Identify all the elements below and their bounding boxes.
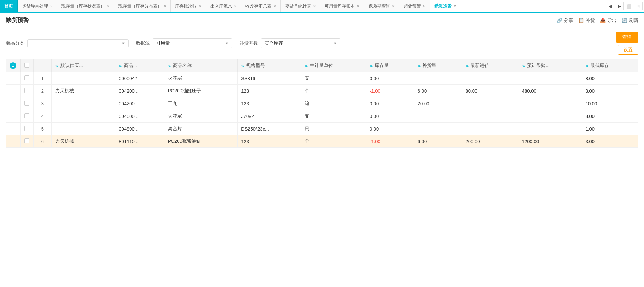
td-latest-price-2 [462,97,518,110]
filter-group-datasource: 数据源 可用量 ▼ [136,38,232,48]
th-min-stock-label: 最低库存 [590,63,609,68]
tab-inout-flow[interactable]: 出入库流水 × [206,0,241,13]
sort-icon-goods-code: ⇅ [119,64,122,68]
tab-inventory-status-close[interactable]: × [107,4,109,8]
tab-receipt-summary[interactable]: 收发存汇总表 × [241,0,280,13]
th-check[interactable] [20,59,33,72]
td-spec-4: DS250*23c... [238,123,301,135]
tab-batch-account-close[interactable]: × [199,4,201,8]
tab-demand-stat[interactable]: 要货单统计表 × [281,0,320,13]
td-check-3[interactable] [20,110,33,123]
tab-shortage[interactable]: 缺货预警 × [430,0,461,13]
row-checkbox-0[interactable] [24,75,29,80]
th-stock[interactable]: ⇅ 库存量 [366,59,414,72]
row-checkbox-1[interactable] [24,88,29,93]
td-min-stock-3: 8.00 [582,110,638,123]
tab-demand-stat-close[interactable]: × [313,4,316,8]
row-checkbox-2[interactable] [24,101,29,106]
th-goods-code[interactable]: ⇅ 商品... [115,59,164,72]
row-checkbox-4[interactable] [24,126,29,131]
td-est-purchase-1: 480.00 [518,85,582,97]
replenish-base-arrow-icon: ▼ [333,41,337,45]
tab-expiry-query[interactable]: 保质期查询 × [364,0,399,13]
tab-close-btn[interactable]: ✕ [634,2,643,10]
td-check-0[interactable] [20,72,33,85]
header-checkbox[interactable] [24,63,29,68]
category-label: 商品分类 [6,40,25,47]
sort-icon-supplier: ⇅ [55,64,58,68]
tab-shortage-close[interactable]: × [454,4,456,8]
th-settings[interactable]: ⚙ [6,59,20,72]
td-replenish-3 [414,110,462,123]
setting-button[interactable]: 设置 [618,45,638,55]
td-latest-price-4 [462,123,518,135]
th-goods-name-label: 商品名称 [173,63,192,68]
td-check-1[interactable] [20,85,33,97]
th-unit[interactable]: ⇅ 主计量单位 [301,59,366,72]
td-check-5[interactable] [20,135,33,148]
th-min-stock[interactable]: ⇅ 最低库存 [582,59,638,72]
replenish-base-select[interactable]: 安全库存 ▼ [261,38,340,48]
tab-inventory-status[interactable]: 现存量（库存状况表） × [57,0,114,13]
td-stock-0: 0.00 [366,72,414,85]
tab-expiry-query-close[interactable]: × [392,4,395,8]
td-spec-0: SS816 [238,72,301,85]
sort-icon-latest-price: ⇅ [466,64,469,68]
td-min-stock-2: 10.00 [582,97,638,110]
sort-icon-unit: ⇅ [305,64,308,68]
query-button[interactable]: 查询 [616,32,638,43]
datasource-select[interactable]: 可用量 ▼ [153,38,232,48]
page-content: 缺货预警 🔗 分享 📋 补货 📤 导出 🔄 刷新 商品分类 [0,13,644,287]
export-action[interactable]: 📤 导出 [600,17,617,24]
tab-restore-btn[interactable]: ⬜ [625,2,633,10]
td-est-purchase-4 [518,123,582,135]
tab-unusual[interactable]: 拣货异常处理 × [18,0,57,13]
th-latest-price[interactable]: ⇅ 最新进价 [462,59,518,72]
share-action[interactable]: 🔗 分享 [557,17,573,24]
row-checkbox-3[interactable] [24,113,29,118]
tab-unusual-close[interactable]: × [50,4,52,8]
td-goods-code-5: 801110... [115,135,164,148]
td-check-2[interactable] [20,97,33,110]
td-settings-0 [6,72,20,85]
tab-inventory-dist-close[interactable]: × [164,4,166,8]
th-supplier[interactable]: ⇅ 默认供应... [52,59,115,72]
tab-batch-account[interactable]: 库存批次账 × [171,0,206,13]
refresh-action[interactable]: 🔄 刷新 [622,17,638,24]
replenish-icon: 📋 [578,18,584,23]
td-replenish-1: 6.00 [414,85,462,97]
tab-overstock-label: 超储预警 [404,3,421,9]
tab-available-ledger-close[interactable]: × [357,4,359,8]
settings-gear-icon[interactable]: ⚙ [10,62,16,69]
td-replenish-5: 6.00 [414,135,462,148]
sort-icon-stock: ⇅ [370,64,373,68]
th-est-purchase[interactable]: ⇅ 预计采购... [518,59,582,72]
td-goods-code-1: 004200... [115,85,164,97]
td-goods-code-2: 004200... [115,97,164,110]
td-check-4[interactable] [20,123,33,135]
td-supplier-2 [52,97,115,110]
replenish-action[interactable]: 📋 补货 [578,17,595,24]
th-replenish[interactable]: ⇅ 补货量 [414,59,462,72]
tab-receipt-summary-close[interactable]: × [274,4,276,8]
th-index [33,59,52,72]
td-index-4: 5 [33,123,52,135]
td-latest-price-5: 200.00 [462,135,518,148]
th-spec[interactable]: ⇅ 规格型号 [238,59,301,72]
tab-inventory-dist[interactable]: 现存量（库存分布表） × [114,0,171,13]
tab-overstock-close[interactable]: × [423,4,425,8]
tab-inout-flow-close[interactable]: × [234,4,236,8]
tab-prev-btn[interactable]: ◀ [606,2,614,10]
category-select[interactable]: ▼ [27,39,129,47]
share-label: 分享 [564,17,573,24]
row-checkbox-5[interactable] [24,138,29,144]
tab-home[interactable]: 首页 [0,0,18,13]
th-goods-name[interactable]: ⇅ 商品名称 [164,59,237,72]
td-supplier-1: 力天机械 [52,85,115,97]
tab-inventory-dist-label: 现存量（库存分布表） [118,3,162,9]
td-index-2: 3 [33,97,52,110]
tab-overstock[interactable]: 超储预警 × [399,0,430,13]
tab-next-btn[interactable]: ▶ [615,2,624,10]
td-est-purchase-0 [518,72,582,85]
tab-available-ledger[interactable]: 可用量库存账本 × [320,0,364,13]
